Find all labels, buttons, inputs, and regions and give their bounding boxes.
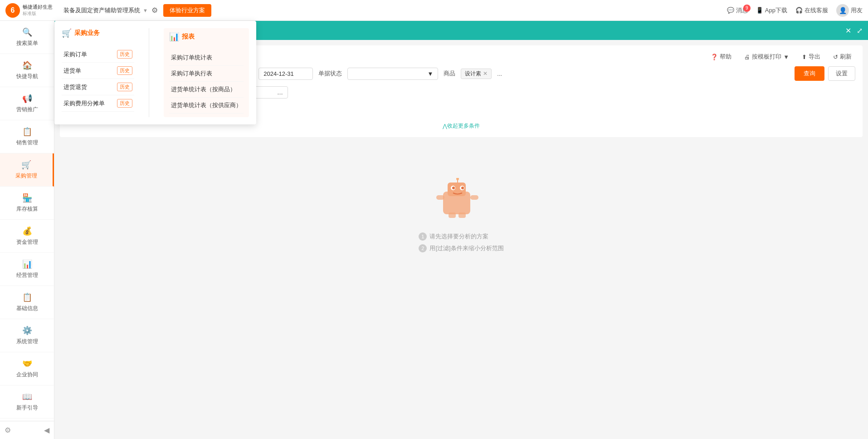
menu-item-order-stats[interactable]: 采购订单统计表 <box>169 50 244 66</box>
date-end-input[interactable] <box>258 68 313 80</box>
sidebar-label-cooperation: 企业协同 <box>16 371 38 379</box>
svg-point-5 <box>461 187 464 189</box>
svg-rect-10 <box>449 212 456 218</box>
refresh-btn[interactable]: ↺ 刷新 <box>829 51 855 63</box>
print-arrow: ▼ <box>783 54 789 60</box>
svg-point-7 <box>456 178 459 180</box>
menu-item-incoming[interactable]: 进货单 历史 <box>62 63 134 79</box>
report-section-icon: 📊 <box>169 32 179 42</box>
system-title: 装备及固定资产辅助管理系统 ▼ <box>63 6 148 15</box>
goods-more-btn[interactable]: ... <box>493 69 506 79</box>
menu-item-goods-stats[interactable]: 进货单统计表（按商品） <box>169 82 244 98</box>
sidebar-label-sales: 销售管理 <box>16 139 38 147</box>
sidebar-item-management[interactable]: 📊 经营管理 <box>0 253 54 286</box>
sidebar-label-guide: 新手引导 <box>16 404 38 412</box>
bottom-settings-icon[interactable]: ⚙ <box>5 426 11 434</box>
user-menu[interactable]: 👤 用友 <box>836 4 863 17</box>
sidebar-item-marketing[interactable]: 📢 营销推广 <box>0 87 54 120</box>
purchase-section-label: 采购业务 <box>74 29 100 37</box>
sidebar-item-nav[interactable]: 🏠 快捷导航 <box>0 54 54 87</box>
export-icon: ⬆ <box>802 54 807 60</box>
history-badge-3: 历史 <box>117 99 132 108</box>
sidebar-item-inventory[interactable]: 🏪 库存核算 <box>0 187 54 220</box>
history-badge-0: 历史 <box>117 50 132 59</box>
menu-item-order-exec[interactable]: 采购订单执行表 <box>169 66 244 82</box>
empty-step-2: 2 用[过滤]条件来缩小分析范围 <box>419 242 503 254</box>
system-icon: ⚙️ <box>22 326 32 335</box>
sidebar-label-basic: 基础信息 <box>16 305 38 312</box>
app-download-label: App下载 <box>765 6 787 15</box>
order-status-select[interactable]: ▼ <box>347 68 438 80</box>
empty-hint1: 请先选择要分析的方案 <box>429 231 488 242</box>
menu-item-cost[interactable]: 采购费用分摊单 历史 <box>62 95 134 112</box>
report-section: 📊 报表 采购订单统计表 采购订单执行表 进货单统计表（按商品） 进货单统计表（… <box>164 28 249 117</box>
sidebar-item-search[interactable]: 🔍 搜索菜单 <box>0 21 54 54</box>
user-avatar: 👤 <box>836 4 849 17</box>
sales-icon: 📋 <box>22 127 32 137</box>
sidebar-item-sales[interactable]: 📋 销售管理 <box>0 120 54 153</box>
help-label: 帮助 <box>720 53 731 61</box>
sidebar-label-management: 经营管理 <box>16 271 38 279</box>
menu-item-return[interactable]: 进货退货 历史 <box>62 79 134 95</box>
search-icon: 🔍 <box>22 27 32 37</box>
help-icon: ❓ <box>711 54 718 60</box>
menu-item-supplier-stats[interactable]: 进货单统计表（按供应商） <box>169 98 244 113</box>
sidebar-label-nav: 快捷导航 <box>16 73 38 80</box>
management-icon: 📊 <box>22 259 32 269</box>
step-num-2: 2 <box>419 244 427 252</box>
goods-tag-close[interactable]: ✕ <box>483 70 488 77</box>
help-btn[interactable]: ❓ 帮助 <box>707 51 735 63</box>
tab-bar-expand-icon[interactable]: ⤢ <box>857 26 863 35</box>
logo-icon: 6 <box>5 3 20 18</box>
message-btn[interactable]: 💬 9 消息 <box>727 6 748 15</box>
tab-bar-close-icon[interactable]: ✕ <box>845 26 851 35</box>
home-icon: 🏠 <box>22 60 32 70</box>
sidebar-item-guide[interactable]: 📖 新手引导 <box>0 385 54 419</box>
empty-hints: 1 请先选择要分析的方案 2 用[过滤]条件来缩小分析范围 <box>419 231 503 254</box>
salesperson-arrow: … <box>277 89 283 96</box>
purchase-dropdown: 🛒 采购业务 采购订单 历史 进货单 历史 进货退货 历史 采购费用分摊单 历史… <box>54 21 256 124</box>
query-btn[interactable]: 查询 <box>795 66 824 81</box>
online-service-btn[interactable]: 🎧 在线客服 <box>795 6 828 15</box>
message-icon: 💬 <box>727 7 734 14</box>
export-label: 导出 <box>809 53 820 61</box>
sidebar-item-system[interactable]: ⚙️ 系统管理 <box>0 319 54 352</box>
menu-item-purchase-order-label: 采购订单 <box>63 50 117 59</box>
goods-label: 商品 <box>444 69 455 78</box>
menu-item-goods-stats-label: 进货单统计表（按商品） <box>171 85 242 94</box>
menu-item-cost-label: 采购费用分摊单 <box>63 99 117 108</box>
sidebar-label-inventory: 库存核算 <box>16 205 38 213</box>
purchase-section: 🛒 采购业务 采购订单 历史 进货单 历史 进货退货 历史 采购费用分摊单 历史 <box>62 28 134 117</box>
svg-rect-11 <box>458 212 466 218</box>
bottom-collapse-icon[interactable]: ◀ <box>44 426 49 434</box>
goods-filter: 设计素 ✕ ... <box>461 69 506 79</box>
sidebar-item-finance[interactable]: 💰 资金管理 <box>0 220 54 253</box>
empty-step-1: 1 请先选择要分析的方案 <box>419 231 503 242</box>
svg-rect-9 <box>470 195 478 200</box>
sidebar-label-system: 系统管理 <box>16 338 38 345</box>
industry-btn[interactable]: 体验行业方案 <box>163 4 211 17</box>
sidebar-item-purchase[interactable]: 🛒 采购管理 <box>0 153 54 187</box>
sidebar-item-basic[interactable]: 📋 基础信息 <box>0 286 54 319</box>
logo-area: 6 畅捷通好生意 标准版 <box>5 3 60 18</box>
menu-item-purchase-order[interactable]: 采购订单 历史 <box>62 46 134 63</box>
basic-icon: 📋 <box>22 292 32 302</box>
sidebar-item-cooperation[interactable]: 🤝 企业协同 <box>0 352 54 385</box>
app-download-btn[interactable]: 📱 App下载 <box>756 6 787 15</box>
print-icon: 🖨 <box>744 54 750 60</box>
system-title-arrow[interactable]: ▼ <box>143 8 148 13</box>
user-label: 用友 <box>851 6 863 15</box>
settings-icon[interactable]: ⚙ <box>151 6 158 15</box>
menu-item-return-label: 进货退货 <box>63 83 117 91</box>
sidebar-bottom: ⚙ ◀ <box>0 421 54 439</box>
purchase-section-title: 🛒 采购业务 <box>62 28 134 41</box>
query-actions: 查询 设置 <box>795 66 855 81</box>
set-btn[interactable]: 设置 <box>828 66 855 81</box>
print-btn[interactable]: 🖨 按模板打印 ▼ <box>741 51 793 63</box>
goods-tag: 设计素 ✕ <box>461 69 492 79</box>
sidebar-label-purchase: 采购管理 <box>15 172 37 180</box>
finance-icon: 💰 <box>22 226 32 236</box>
export-btn[interactable]: ⬆ 导出 <box>798 51 824 63</box>
collapse-label: 收起更多条件 <box>447 122 480 130</box>
empty-robot-svg <box>434 178 484 219</box>
